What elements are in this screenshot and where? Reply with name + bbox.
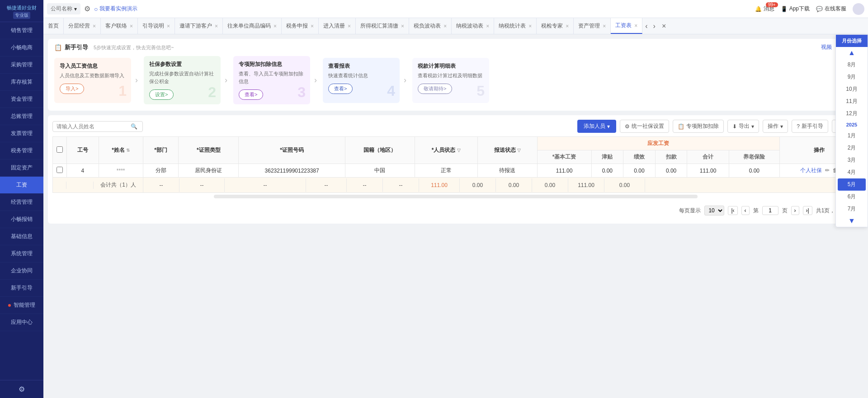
horizontal-scrollbar[interactable] bbox=[52, 195, 859, 200]
month-item-7[interactable]: 7月 bbox=[836, 203, 868, 215]
step1-btn[interactable]: 导入> bbox=[60, 84, 84, 94]
sidebar-item-invoice[interactable]: 发票管理 bbox=[0, 125, 43, 142]
close-icon[interactable]: × bbox=[274, 23, 277, 29]
close-icon[interactable]: × bbox=[311, 23, 314, 29]
month-item-1[interactable]: 1月 bbox=[836, 130, 868, 142]
export-btn[interactable]: ⬇ 导出 ▾ bbox=[727, 120, 759, 133]
tab-tax-burden[interactable]: 税负波动表 × bbox=[409, 18, 452, 34]
close-icon[interactable]: × bbox=[603, 23, 606, 29]
month-item-2[interactable]: 2月 bbox=[836, 142, 868, 154]
close-icon[interactable]: × bbox=[93, 23, 96, 29]
message-btn[interactable]: 🔔 消息 99+ bbox=[755, 5, 774, 13]
app-download-btn[interactable]: 📱 App下载 bbox=[781, 5, 810, 13]
sidebar-item-tax[interactable]: 税务管理 bbox=[0, 142, 43, 159]
company-selector[interactable]: 公司名称 ▾ bbox=[47, 3, 80, 14]
tab-tax-declare[interactable]: 税务申报 × bbox=[282, 18, 319, 34]
month-item-8[interactable]: 8月 bbox=[836, 59, 868, 71]
tab-tax-expert[interactable]: 税检专家 × bbox=[537, 18, 574, 34]
tab-customer[interactable]: 客户联络 × bbox=[101, 18, 138, 34]
sidebar-item-collab[interactable]: 企业协同 bbox=[0, 262, 43, 280]
sidebar-item-assets[interactable]: 固定资产 bbox=[0, 159, 43, 177]
sidebar-item-system[interactable]: 系统管理 bbox=[0, 245, 43, 262]
step2-btn[interactable]: 设置> bbox=[149, 89, 174, 100]
close-icon[interactable]: × bbox=[634, 23, 637, 29]
tab-home[interactable]: 首页 bbox=[43, 18, 64, 34]
page-input[interactable] bbox=[762, 206, 778, 215]
page-last-btn[interactable]: ›| bbox=[803, 206, 812, 215]
close-icon[interactable]: × bbox=[528, 23, 532, 29]
close-icon[interactable]: × bbox=[401, 23, 404, 29]
row-select-checkbox[interactable] bbox=[57, 167, 63, 173]
sidebar-item-expense[interactable]: 小畅报销 bbox=[0, 211, 43, 228]
sidebar-item-guide[interactable]: 新手引导 bbox=[0, 280, 43, 297]
month-item-12[interactable]: 12月 bbox=[836, 108, 868, 120]
tab-close-all[interactable]: × bbox=[658, 22, 670, 30]
page-prev-btn[interactable]: ‹ bbox=[741, 206, 750, 215]
newbie-guide-btn[interactable]: ? 新手引导 bbox=[792, 120, 828, 133]
month-item-9[interactable]: 9月 bbox=[836, 71, 868, 83]
tab-prev[interactable]: ‹ bbox=[642, 22, 650, 30]
month-item-11[interactable]: 11月 bbox=[836, 95, 868, 108]
personal-insurance-btn[interactable]: 个人社保 bbox=[800, 167, 822, 173]
close-icon[interactable]: × bbox=[566, 23, 569, 29]
operation-btn[interactable]: 操作 ▾ bbox=[763, 120, 788, 133]
month-item-3[interactable]: 3月 bbox=[836, 154, 868, 166]
sidebar-item-capital[interactable]: 资金管理 bbox=[0, 91, 43, 108]
search-input[interactable] bbox=[57, 123, 129, 130]
tab-tier[interactable]: 分层经营 × bbox=[64, 18, 101, 34]
guide-video-link[interactable]: 视频 bbox=[821, 43, 832, 51]
tab-product-code[interactable]: 往来单位商品编码 × bbox=[223, 18, 282, 34]
sidebar-item-ecommerce[interactable]: 小畅电商 bbox=[0, 39, 43, 56]
page-size-select[interactable]: 10 20 50 bbox=[704, 206, 724, 215]
footer-action bbox=[645, 182, 859, 189]
sidebar-item-ledger[interactable]: 总账管理 bbox=[0, 108, 43, 125]
sidebar-item-app-center[interactable]: 应用中心 bbox=[0, 314, 43, 331]
month-item-4[interactable]: 4月 bbox=[836, 166, 868, 178]
step3-btn[interactable]: 查看> bbox=[239, 89, 263, 100]
sidebar-item-salary[interactable]: 工资 bbox=[0, 177, 43, 194]
tab-salary[interactable]: 工资表 × bbox=[611, 18, 642, 34]
sidebar-item-inventory[interactable]: 库存核算 bbox=[0, 74, 43, 91]
sidebar-item-sales[interactable]: 销售管理 bbox=[0, 22, 43, 39]
sidebar-item-ai[interactable]: 智能管理 bbox=[0, 297, 43, 314]
tab-assets[interactable]: 资产管理 × bbox=[574, 18, 611, 34]
tab-next[interactable]: › bbox=[651, 22, 658, 30]
tab-tax-stats[interactable]: 纳税统计表 × bbox=[494, 18, 537, 34]
demo-btn[interactable]: ○ 我要看实例演示 bbox=[94, 5, 137, 13]
gear-icon[interactable]: ⚙ bbox=[19, 385, 25, 393]
close-icon[interactable]: × bbox=[486, 23, 489, 29]
close-icon[interactable]: × bbox=[348, 23, 351, 29]
tab-clearance[interactable]: 进入清册 × bbox=[319, 18, 356, 34]
month-nav-down-btn[interactable]: ▼ bbox=[846, 217, 857, 225]
step5-btn[interactable]: 敬请期待> bbox=[418, 84, 452, 94]
tab-guide[interactable]: 引导说明 × bbox=[138, 18, 175, 34]
page-first-btn[interactable]: |‹ bbox=[728, 206, 737, 215]
tab-tax-wave[interactable]: 纳税波动表 × bbox=[452, 18, 494, 34]
close-icon[interactable]: × bbox=[167, 23, 170, 29]
month-item-10[interactable]: 10月 bbox=[836, 83, 868, 95]
close-icon[interactable]: × bbox=[130, 23, 133, 29]
search-icon[interactable]: 🔍 bbox=[131, 123, 137, 130]
month-nav-up-btn[interactable]: ▲ bbox=[846, 49, 857, 57]
tab-invite[interactable]: 邀请下游客户 × bbox=[175, 18, 223, 34]
page-next-btn[interactable]: › bbox=[791, 206, 799, 215]
step4-btn[interactable]: 查看> bbox=[328, 84, 353, 94]
edit-icon[interactable]: ✏ bbox=[825, 167, 830, 173]
header-id: 工号 bbox=[67, 137, 99, 164]
sidebar-item-operations[interactable]: 经营管理 bbox=[0, 194, 43, 211]
select-all-checkbox[interactable] bbox=[57, 146, 63, 153]
close-icon[interactable]: × bbox=[443, 23, 447, 29]
close-icon[interactable]: × bbox=[215, 23, 218, 29]
sidebar-item-basic[interactable]: 基础信息 bbox=[0, 228, 43, 245]
social-insurance-btn[interactable]: ⚙ 统一社保设置 bbox=[620, 120, 669, 133]
special-deduction-btn[interactable]: 📋 专项附加扣除 bbox=[673, 120, 724, 133]
avatar[interactable] bbox=[853, 3, 864, 15]
online-service-btn[interactable]: 💬 在线客服 bbox=[816, 5, 846, 13]
month-item-5[interactable]: 5月 bbox=[838, 178, 866, 191]
tab-income-tax[interactable]: 所得税汇算清缴 × bbox=[356, 18, 409, 34]
header-allowance: 津贴 bbox=[591, 150, 623, 164]
add-person-button[interactable]: 添加人员 ▾ bbox=[577, 120, 616, 133]
sidebar-item-purchase[interactable]: 采购管理 bbox=[0, 56, 43, 74]
month-item-6[interactable]: 6月 bbox=[836, 191, 868, 203]
settings-icon[interactable]: ⚙ bbox=[84, 5, 90, 13]
